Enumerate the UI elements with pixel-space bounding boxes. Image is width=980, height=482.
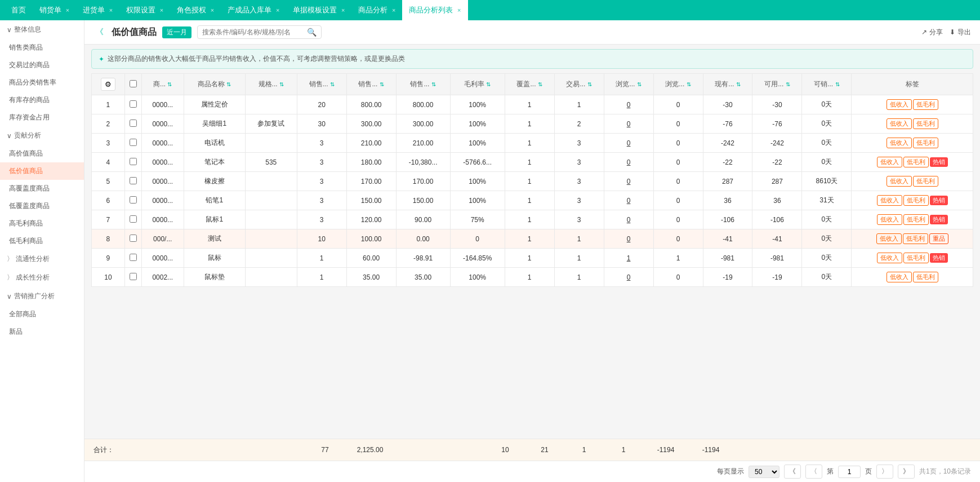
settings-header[interactable]: ⚙ [92, 74, 125, 95]
sort-icon[interactable]: ⇅ [431, 81, 436, 87]
search-input[interactable] [202, 28, 304, 36]
close-icon[interactable]: × [160, 7, 163, 14]
coverage-header[interactable]: 覆盖... ⇅ [505, 74, 554, 95]
close-icon[interactable]: × [211, 7, 214, 14]
gross-rate-header[interactable]: 毛利率 ⇅ [450, 74, 505, 95]
row-checkbox[interactable] [130, 215, 137, 223]
sales-avg-header[interactable]: 销售... ⇅ [396, 74, 450, 95]
sort-icon[interactable]: ⇅ [167, 81, 172, 87]
first-page-button[interactable]: 《 [784, 465, 801, 479]
saleable-header[interactable]: 可销... ⇅ [802, 74, 852, 95]
last-page-button[interactable]: 》 [898, 465, 915, 479]
nav-templates[interactable]: 单据模板设置 × [286, 0, 351, 20]
nav-product-analysis[interactable]: 商品分析 × [351, 0, 402, 20]
nav-home[interactable]: 首页 [5, 0, 33, 20]
sidebar-item-high-value[interactable]: 高价值商品 [0, 145, 84, 162]
row-browse2: 0 [653, 229, 703, 249]
close-icon[interactable]: × [341, 7, 345, 14]
export-button[interactable]: ⬇ 导出 [950, 28, 971, 37]
sidebar-item-category-sales-rate[interactable]: 商品分类销售率 [0, 74, 84, 91]
browse1-link[interactable]: 0 [627, 197, 631, 205]
browse1-link[interactable]: 0 [627, 216, 631, 224]
sort-icon[interactable]: ⇅ [279, 81, 284, 87]
row-checkbox[interactable] [130, 158, 137, 165]
sidebar-group-growth[interactable]: 〉 成长性分析 [0, 268, 84, 287]
browse1-link[interactable]: 0 [627, 120, 631, 128]
sales-amount-header[interactable]: 销售... ⇅ [346, 74, 396, 95]
sidebar-item-inventory-fund[interactable]: 库存资金占用 [0, 109, 84, 126]
browse1-link[interactable]: 0 [627, 235, 631, 243]
row-checkbox[interactable] [130, 177, 137, 184]
sort-icon[interactable]: ⇅ [736, 81, 741, 87]
code-header[interactable]: 商... ⇅ [141, 74, 184, 95]
row-checkbox[interactable] [130, 100, 137, 108]
page-number-input[interactable] [838, 466, 861, 478]
next-page-button[interactable]: 〉 [876, 465, 893, 479]
sidebar-group-overall[interactable]: ∨ 整体信息 [0, 20, 84, 39]
top-navigation: 首页 销货单 × 进货单 × 权限设置 × 角色授权 × 产成品入库单 × 单据… [0, 0, 980, 20]
page-size-select[interactable]: 50 100 200 [749, 466, 779, 478]
browse1-link[interactable]: 0 [627, 101, 631, 109]
sidebar-item-traded-products[interactable]: 交易过的商品 [0, 56, 84, 74]
browse1-link[interactable]: 0 [627, 178, 631, 185]
nav-sales[interactable]: 销货单 × [33, 0, 76, 20]
close-icon[interactable]: × [66, 7, 69, 14]
sidebar-item-stocked-products[interactable]: 有库存的商品 [0, 91, 84, 109]
row-checkbox[interactable] [130, 196, 137, 204]
spec-header[interactable]: 规格... ⇅ [245, 74, 297, 95]
sort-icon[interactable]: ⇅ [486, 81, 491, 87]
sidebar-group-marketing[interactable]: ∨ 营销推广分析 [0, 287, 84, 306]
row-checkbox[interactable] [130, 273, 137, 280]
nav-products[interactable]: 产成品入库单 × [221, 0, 286, 20]
close-icon[interactable]: × [109, 7, 113, 14]
trade-header[interactable]: 交易... ⇅ [554, 74, 604, 95]
sidebar-item-high-gross[interactable]: 高毛利商品 [0, 215, 84, 232]
available-header[interactable]: 可用... ⇅ [752, 74, 802, 95]
sidebar-item-low-gross[interactable]: 低毛利商品 [0, 232, 84, 250]
browse1-link[interactable]: 1 [627, 254, 631, 262]
sidebar-item-new-products[interactable]: 新品 [0, 323, 84, 341]
nav-product-analysis-list[interactable]: 商品分析列表 × [402, 0, 467, 20]
sort-icon[interactable]: ⇅ [687, 81, 691, 87]
browse1-link[interactable]: 0 [627, 139, 631, 147]
browse1-link[interactable]: 0 [627, 273, 631, 281]
name-header[interactable]: 商品名称 ⇅ [184, 74, 245, 95]
share-button[interactable]: ↗ 分享 [921, 28, 943, 37]
sort-icon[interactable]: ⇅ [637, 81, 642, 87]
browse2-header[interactable]: 浏览... ⇅ [653, 74, 703, 95]
row-checkbox[interactable] [130, 139, 137, 146]
nav-permissions[interactable]: 权限设置 × [119, 0, 170, 20]
sidebar-collapse-button[interactable]: 《 [93, 25, 106, 39]
sidebar-item-low-coverage[interactable]: 低覆盖度商品 [0, 197, 84, 215]
sidebar-group-flow[interactable]: 〉 流通性分析 [0, 250, 84, 268]
sidebar-item-high-coverage[interactable]: 高覆盖度商品 [0, 180, 84, 197]
sales-qty-header[interactable]: 销售... ⇅ [297, 74, 346, 95]
sidebar-item-low-value[interactable]: 低价值商品 [0, 162, 84, 180]
row-checkbox[interactable] [130, 120, 137, 127]
select-all-checkbox[interactable] [130, 80, 137, 87]
search-icon[interactable]: 🔍 [307, 28, 317, 37]
close-icon[interactable]: × [392, 7, 395, 14]
browse1-header[interactable]: 浏览... ⇅ [604, 74, 653, 95]
close-icon[interactable]: × [276, 7, 279, 14]
sort-icon[interactable]: ⇅ [786, 81, 790, 87]
sort-icon[interactable]: ⇅ [226, 81, 231, 87]
sort-icon[interactable]: ⇅ [330, 81, 335, 87]
sidebar-item-sales-products[interactable]: 销售类商品 [0, 39, 84, 56]
gear-button[interactable]: ⚙ [101, 78, 115, 91]
sort-icon[interactable]: ⇅ [835, 81, 840, 87]
sort-icon[interactable]: ⇅ [380, 81, 384, 87]
sort-icon[interactable]: ⇅ [538, 81, 542, 87]
browse1-link[interactable]: 0 [627, 158, 631, 166]
sidebar-group-contribution[interactable]: ∨ 贡献分析 [0, 126, 84, 145]
time-badge[interactable]: 近一月 [162, 26, 191, 38]
row-checkbox[interactable] [130, 254, 137, 261]
close-icon[interactable]: × [457, 7, 461, 14]
prev-page-button[interactable]: 〈 [805, 465, 822, 479]
sort-icon[interactable]: ⇅ [587, 81, 592, 87]
sidebar-item-all-products[interactable]: 全部商品 [0, 306, 84, 323]
row-checkbox[interactable] [130, 235, 137, 242]
current-stock-header[interactable]: 现有... ⇅ [703, 74, 752, 95]
nav-roles[interactable]: 角色授权 × [170, 0, 221, 20]
nav-purchase[interactable]: 进货单 × [76, 0, 119, 20]
